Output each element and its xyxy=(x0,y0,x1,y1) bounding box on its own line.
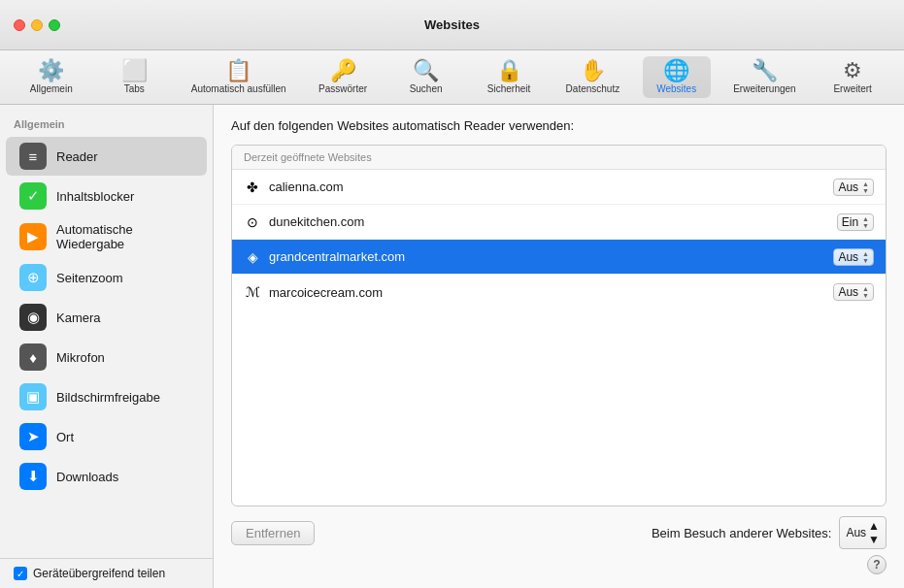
site-select-arrows-row1: ▲▼ xyxy=(862,180,869,194)
sidebar-icon-reader: ≡ xyxy=(19,143,47,170)
table-body: ✤calienna.comAus▲▼⊙dunekitchen.comEin▲▼◈… xyxy=(232,170,886,506)
checkbox-icon: ✓ xyxy=(14,567,27,580)
toolbar-label-advanced: Erweitert xyxy=(833,83,871,94)
site-name-row1: calienna.com xyxy=(269,180,833,194)
toolbar-label-security: Sicherheit xyxy=(487,83,530,94)
toolbar-icon-privacy: ✋ xyxy=(580,60,606,82)
sidebar-item-bildschirm[interactable]: ▣Bildschirmfreigabe xyxy=(6,377,207,416)
sidebar-item-label-reader: Reader xyxy=(56,149,98,164)
sidebar-item-mikrofon[interactable]: ♦Mikrofon xyxy=(6,338,207,376)
websites-table: Derzeit geöffnete Websites ✤calienna.com… xyxy=(231,145,887,506)
toolbar-item-passwords[interactable]: 🔑Passwörter xyxy=(309,56,377,98)
toolbar-item-allgemein[interactable]: ⚙️Allgemein xyxy=(17,56,85,98)
site-select-value-row2: Ein xyxy=(842,215,858,229)
sidebar-bottom: ✓ Geräteübergreifend teilen xyxy=(0,558,213,588)
site-select-value-row4: Aus xyxy=(838,285,858,299)
toolbar-item-privacy[interactable]: ✋Datenschutz xyxy=(558,56,628,98)
sidebar-item-ort[interactable]: ➤Ort xyxy=(6,417,207,456)
sidebar-item-label-ort: Ort xyxy=(56,430,74,444)
help-button[interactable]: ? xyxy=(867,555,887,574)
sidebar-icon-bildschirm: ▣ xyxy=(19,383,47,410)
toolbar-icon-websites: 🌐 xyxy=(663,60,689,82)
toolbar-label-allgemein: Allgemein xyxy=(30,83,73,94)
site-select-row1[interactable]: Aus▲▼ xyxy=(833,179,874,196)
toolbar-item-websites[interactable]: 🌐Websites xyxy=(643,56,711,98)
sidebar-item-downloads[interactable]: ⬇Downloads xyxy=(6,457,207,496)
toolbar-label-passwords: Passwörter xyxy=(318,83,367,94)
minimize-button[interactable] xyxy=(31,19,43,31)
sidebar-item-label-inhaltsblocker: Inhaltsblocker xyxy=(56,189,134,204)
sidebar-item-label-auto_wiedergabe: Automatische Wiedergabe xyxy=(56,222,193,251)
site-select-arrows-row3: ▲▼ xyxy=(862,250,869,264)
toolbar-icon-search: 🔍 xyxy=(413,60,439,82)
maximize-button[interactable] xyxy=(49,19,60,31)
sidebar-item-label-bildschirm: Bildschirmfreigabe xyxy=(56,390,160,405)
toolbar-icon-advanced: ⚙ xyxy=(843,60,862,82)
toolbar-icon-passwords: 🔑 xyxy=(330,60,356,82)
site-name-row3: grandcentralmarket.com xyxy=(269,249,833,264)
checkbox-wrap[interactable]: ✓ Geräteübergreifend teilen xyxy=(14,567,165,580)
toolbar-item-extensions[interactable]: 🔧Erweiterungen xyxy=(725,56,803,98)
checkbox-label: Geräteübergreifend teilen xyxy=(33,567,165,580)
right-panel: Auf den folgenden Websites automatisch R… xyxy=(214,105,904,588)
sidebar-icon-auto_wiedergabe: ▶ xyxy=(19,223,47,250)
site-icon-row3: ◈ xyxy=(244,248,261,266)
toolbar-item-search[interactable]: 🔍Suchen xyxy=(392,56,460,98)
toolbar-icon-allgemein: ⚙️ xyxy=(38,60,64,82)
toolbar-label-privacy: Datenschutz xyxy=(566,83,620,94)
table-row-row3[interactable]: ◈grandcentralmarket.comAus▲▼ xyxy=(232,240,886,275)
site-icon-row2: ⊙ xyxy=(244,213,261,231)
sidebar-icon-mikrofon: ♦ xyxy=(19,343,47,371)
other-websites-value: Aus xyxy=(846,526,866,539)
close-button[interactable] xyxy=(14,19,25,31)
panel-description: Auf den folgenden Websites automatisch R… xyxy=(231,118,887,133)
other-websites-control: Beim Besuch anderer Websites: Aus ▲▼ xyxy=(652,516,887,549)
toolbar-label-autofill: Automatisch ausfüllen xyxy=(191,83,286,94)
sidebar-item-kamera[interactable]: ◉Kamera xyxy=(6,298,207,337)
other-websites-select[interactable]: Aus ▲▼ xyxy=(839,516,887,549)
main-content: Allgemein ≡Reader✓Inhaltsblocker▶Automat… xyxy=(0,105,904,588)
toolbar-icon-tabs: ⬜ xyxy=(121,60,148,82)
site-select-row2[interactable]: Ein▲▼ xyxy=(837,213,874,231)
table-row-row4[interactable]: ℳmarcoicecream.comAus▲▼ xyxy=(232,275,886,310)
site-select-arrows-row4: ▲▼ xyxy=(862,285,869,299)
sidebar-item-label-seitenzoom: Seitenzoom xyxy=(56,271,123,285)
sidebar-item-inhaltsblocker[interactable]: ✓Inhaltsblocker xyxy=(6,177,207,215)
toolbar-icon-security: 🔒 xyxy=(496,60,522,82)
sidebar-icon-inhaltsblocker: ✓ xyxy=(19,182,47,210)
toolbar-item-autofill[interactable]: 📋Automatisch ausfüllen xyxy=(184,56,294,98)
sidebar-item-auto_wiedergabe[interactable]: ▶Automatische Wiedergabe xyxy=(6,216,207,257)
toolbar-item-advanced[interactable]: ⚙Erweitert xyxy=(819,56,887,98)
sidebar-section-title: Allgemein xyxy=(0,114,213,136)
toolbar-icon-autofill: 📋 xyxy=(225,60,251,82)
other-websites-label: Beim Besuch anderer Websites: xyxy=(652,526,831,540)
window-title: Websites xyxy=(424,17,480,32)
sidebar-item-label-mikrofon: Mikrofon xyxy=(56,350,105,365)
sidebar-item-reader[interactable]: ≡Reader xyxy=(6,137,207,176)
toolbar-icon-extensions: 🔧 xyxy=(752,60,778,82)
select-arrows: ▲▼ xyxy=(868,519,880,546)
sidebar-item-label-downloads: Downloads xyxy=(56,470,118,484)
site-icon-row1: ✤ xyxy=(244,179,261,196)
toolbar-label-tabs: Tabs xyxy=(124,83,145,94)
site-select-row3[interactable]: Aus▲▼ xyxy=(833,248,874,266)
site-select-value-row3: Aus xyxy=(838,250,858,264)
sidebar-icon-downloads: ⬇ xyxy=(19,463,47,490)
help-button-wrap: ? xyxy=(231,549,887,574)
table-row-row2[interactable]: ⊙dunekitchen.comEin▲▼ xyxy=(232,205,886,240)
bottom-bar: Entfernen Beim Besuch anderer Websites: … xyxy=(231,516,887,549)
site-icon-row4: ℳ xyxy=(244,283,261,301)
site-name-row2: dunekitchen.com xyxy=(269,214,837,229)
site-select-row4[interactable]: Aus▲▼ xyxy=(833,283,874,301)
sidebar-item-seitenzoom[interactable]: ⊕Seitenzoom xyxy=(6,258,207,297)
toolbar-label-websites: Websites xyxy=(656,83,696,94)
toolbar-label-search: Suchen xyxy=(410,83,443,94)
sidebar-icon-seitenzoom: ⊕ xyxy=(19,264,47,291)
toolbar-item-tabs[interactable]: ⬜Tabs xyxy=(100,56,168,98)
sidebar-icon-ort: ➤ xyxy=(19,423,47,450)
site-select-arrows-row2: ▲▼ xyxy=(862,215,869,229)
remove-button[interactable]: Entfernen xyxy=(231,521,315,545)
toolbar-item-security[interactable]: 🔒Sicherheit xyxy=(475,56,543,98)
toolbar: ⚙️Allgemein⬜Tabs📋Automatisch ausfüllen🔑P… xyxy=(0,50,904,105)
table-row-row1[interactable]: ✤calienna.comAus▲▼ xyxy=(232,170,886,205)
